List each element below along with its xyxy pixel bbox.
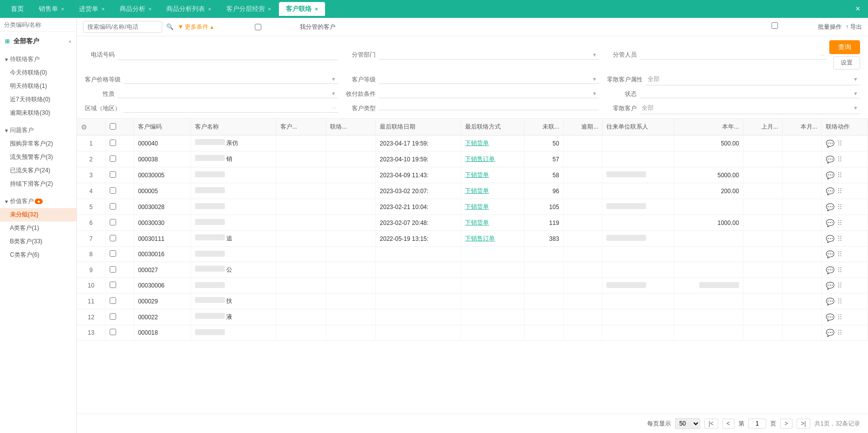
area-select[interactable]: ··· [124,104,338,113]
export-btn[interactable]: ↑ 导出 [846,23,862,31]
row-checkbox[interactable] [105,293,134,309]
close-icon[interactable]: × [101,6,104,12]
sidebar-problem-group[interactable]: ▾ 问题客户 [0,124,76,137]
more-action-icon[interactable]: ⠿ [837,235,842,243]
phone-input[interactable] [118,50,338,60]
row-checkbox[interactable] [105,183,134,199]
th-checkbox[interactable] [105,119,134,136]
close-icon[interactable]: × [61,6,64,12]
contact-icon[interactable]: 💬 [826,140,834,147]
contact-icon[interactable]: 💬 [826,250,834,258]
sidebar-item-c-class[interactable]: C类客户(6) [0,248,76,262]
nature-select[interactable]: ▼ [118,89,338,98]
row-checkbox[interactable] [105,278,134,293]
more-action-icon[interactable]: ⠿ [837,219,842,227]
customer-level-select[interactable]: ▼ [379,75,599,84]
more-action-icon[interactable]: ⠿ [837,140,842,147]
reset-button[interactable]: 设置 [833,56,860,70]
row-checkbox[interactable] [105,167,134,183]
row-checkbox[interactable] [105,136,134,151]
tab-product-analysis-list[interactable]: 商品分析列表 × [159,2,218,16]
more-action-icon[interactable]: ⠿ [837,171,842,179]
sidebar-item-a-class[interactable]: A类客户(1) [0,221,76,235]
more-action-icon[interactable]: ⠿ [837,187,842,195]
contact-icon[interactable]: 💬 [826,266,834,274]
contact-icon[interactable]: 💬 [826,329,834,337]
row-checkbox[interactable] [105,309,134,325]
sidebar-item-abnormal[interactable]: 囤购异常客户(2) [0,137,76,150]
next-page-btn[interactable]: > [780,419,793,429]
th-settings[interactable]: ⚙ [77,119,105,136]
more-action-icon[interactable]: ⠿ [837,266,842,274]
row-checkbox[interactable] [105,231,134,247]
sidebar-pending-group[interactable]: ▾ 待联络客户 [0,53,76,66]
search-button[interactable]: 查询 [829,40,860,54]
window-close-icon[interactable]: × [852,4,864,13]
settings-icon[interactable]: ⚙ [81,123,87,131]
first-page-btn[interactable]: |< [704,419,718,429]
sidebar-item-tomorrow-pending[interactable]: 明天待联络(1) [0,79,76,93]
select-all-checkbox[interactable] [110,123,116,130]
tab-customer-contact[interactable]: 客户联络 × [279,2,325,16]
row-checkbox[interactable] [105,262,134,278]
status-select[interactable]: ▼ [640,89,860,98]
more-action-icon[interactable]: ⠿ [837,250,842,258]
sidebar-item-churn-warning[interactable]: 流失预警客户(3) [0,150,76,164]
sidebar-score-group[interactable]: ▾ 价值客户 ● [0,195,76,208]
more-action-icon[interactable]: ⠿ [837,297,842,305]
more-action-icon[interactable]: ⠿ [837,313,842,321]
contact-icon[interactable]: 💬 [826,219,834,227]
row-checkbox[interactable] [105,325,134,341]
customer-type-select[interactable] [379,107,599,110]
batch-checkbox[interactable] [735,22,814,29]
retail-attr-select[interactable]: 全部 ▼ [646,73,860,85]
tab-customer-tier[interactable]: 客户分层经营 × [219,2,278,16]
contact-icon[interactable]: 💬 [826,187,834,195]
tab-sales-order[interactable]: 销售单 × [32,2,71,16]
search-input[interactable] [83,21,162,33]
prev-page-btn[interactable]: < [722,419,734,429]
category-search-input[interactable] [4,21,77,28]
contact-icon[interactable]: 💬 [826,297,834,305]
contact-icon[interactable]: 💬 [826,235,834,243]
row-checkbox[interactable] [105,215,134,231]
close-icon[interactable]: × [208,6,211,12]
close-icon[interactable]: × [315,6,318,12]
retail-select[interactable]: 全部 ▼ [640,102,860,114]
page-input[interactable] [748,419,766,429]
sidebar-item-overdue-pending[interactable]: 逾期未联络(30) [0,106,76,120]
sidebar-item-ungroup[interactable]: 未分组(32) [0,208,76,221]
my-customers-checkbox[interactable]: 我分管的客户 [218,23,335,31]
contact-icon[interactable]: 💬 [826,203,834,211]
contact-icon[interactable]: 💬 [826,155,834,163]
payment-select[interactable]: ▼ [379,89,599,98]
sidebar-item-churned[interactable]: 已流失客户(24) [0,164,76,177]
sidebar-item-b-class[interactable]: B类客户(33) [0,235,76,248]
row-checkbox[interactable] [105,199,134,215]
collapse-icon[interactable]: « [68,38,71,44]
manager-select[interactable]: ··· [640,51,826,60]
batch-ops-btn[interactable]: 批量操作 [735,22,841,31]
sidebar-item-today-pending[interactable]: 今天待联络(0) [0,66,76,79]
contact-icon[interactable]: 💬 [826,282,834,289]
more-action-icon[interactable]: ⠿ [837,329,842,337]
sidebar-all-customers[interactable]: ⊞ 全部客户 « [0,34,76,49]
sidebar-item-7day-pending[interactable]: 近7天待联络(0) [0,93,76,106]
contact-icon[interactable]: 💬 [826,171,834,179]
close-icon[interactable]: × [148,6,151,12]
row-checkbox[interactable] [105,247,134,262]
per-page-select[interactable]: 50 100 200 [675,418,700,429]
more-conditions-btn[interactable]: ▼ 更多条件 ▲ [178,23,214,31]
search-submit-icon[interactable]: 🔍 [166,23,174,30]
close-icon[interactable]: × [268,6,271,12]
tab-home[interactable]: 首页 [4,2,31,16]
price-level-select[interactable]: ▼ [124,75,338,84]
last-page-btn[interactable]: >| [797,419,810,429]
tab-product-analysis[interactable]: 商品分析 × [113,2,158,16]
tab-purchase-order[interactable]: 进货单 × [72,2,111,16]
more-action-icon[interactable]: ⠿ [837,282,842,289]
row-checkbox[interactable] [105,151,134,167]
more-action-icon[interactable]: ⠿ [837,203,842,211]
more-action-icon[interactable]: ⠿ [837,155,842,163]
contact-icon[interactable]: 💬 [826,313,834,321]
